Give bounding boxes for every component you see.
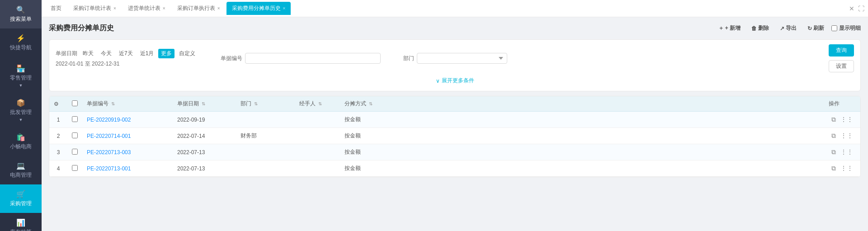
- row-split-method-cell: 按金额: [340, 160, 824, 177]
- tab-purchase-order-stats[interactable]: 采购订单统计表 ×: [68, 2, 122, 15]
- row-checkbox-1[interactable]: [72, 116, 78, 122]
- close-tab-purchase-order-stats[interactable]: ×: [113, 6, 116, 11]
- shortcut-more[interactable]: 更多: [158, 49, 175, 58]
- row-checkbox-2[interactable]: [72, 132, 78, 138]
- row-checkbox-cell: [67, 144, 82, 160]
- th-op-label: 操作: [829, 100, 840, 107]
- shortcut-custom[interactable]: 自定义: [176, 49, 198, 58]
- row-checkbox-3[interactable]: [72, 149, 78, 155]
- dept-label: 部门: [403, 55, 414, 62]
- sidebar-item-retail[interactable]: 🏪 零售管理 ▼: [0, 59, 42, 93]
- row-op-icons: ⧉ ⋮⋮: [829, 115, 856, 124]
- close-tab-purchase-order-exec[interactable]: ×: [217, 6, 220, 11]
- tab-bar: 首页 采购订单统计表 × 进货单统计表 × 采购订单执行表 × 采购费用分摊单历…: [42, 0, 868, 17]
- th-split-method: 分摊方式 ⇅: [340, 96, 824, 112]
- show-columns-toggle[interactable]: 显示明细: [831, 24, 861, 32]
- sidebar-item-search[interactable]: 🔍 搜索菜单: [0, 0, 42, 28]
- row-dept-cell: 财务部: [236, 128, 295, 144]
- main-content: 首页 采购订单统计表 × 进货单统计表 × 采购订单执行表 × 采购费用分摊单历…: [42, 0, 868, 231]
- tab-purchase-order-exec[interactable]: 采购订单执行表 ×: [172, 2, 226, 15]
- search-button[interactable]: 查询: [829, 44, 854, 57]
- shortcut-today[interactable]: 今天: [98, 49, 114, 58]
- table-header-row: ⚙ 单据编号 ⇅ 单据日期 ⇅: [49, 96, 860, 112]
- doc-no-input[interactable]: [245, 53, 381, 64]
- sort-dept-icon[interactable]: ⇅: [254, 101, 258, 106]
- th-operation: 操作: [824, 96, 860, 112]
- th-doc-date: 单据日期 ⇅: [173, 96, 236, 112]
- row-more-icon-1[interactable]: ⋮⋮: [840, 115, 854, 124]
- row-more-icon-4[interactable]: ⋮⋮: [840, 164, 854, 173]
- shortcut-yesterday[interactable]: 昨天: [80, 49, 96, 58]
- doc-no-label: 单据编号: [221, 55, 242, 62]
- sidebar-item-label: 快捷导航: [10, 44, 32, 52]
- th-dept-label: 部门: [241, 100, 251, 107]
- shortcut-1month[interactable]: 近1月: [137, 49, 157, 58]
- row-handler-cell: [295, 112, 340, 128]
- refresh-icon: ↻: [807, 25, 812, 32]
- select-all-checkbox[interactable]: [72, 100, 78, 106]
- sidebar-item-ecommerce[interactable]: 💻 电商管理: [0, 156, 42, 184]
- filter-settings-button[interactable]: 设置: [829, 60, 854, 72]
- refresh-button[interactable]: ↻ 刷新: [804, 23, 828, 34]
- sidebar-item-label: 零售管理: [10, 74, 32, 82]
- row-settings-cell: 2: [49, 128, 67, 144]
- row-doc-date-cell: 2022-09-19: [173, 112, 236, 128]
- row-op-icons: ⧉ ⋮⋮: [829, 164, 856, 173]
- row-view-icon-2[interactable]: ⧉: [830, 131, 837, 141]
- row-checkbox-cell: [67, 128, 82, 144]
- row-view-icon-1[interactable]: ⧉: [830, 115, 837, 124]
- maximize-button[interactable]: ⛶: [858, 5, 864, 12]
- dept-select[interactable]: [417, 53, 507, 64]
- row-operation-cell: ⧉ ⋮⋮: [824, 112, 860, 128]
- date-shortcuts: 昨天 今天 近7天 近1月 更多 自定义: [80, 49, 198, 58]
- show-columns-checkbox[interactable]: [831, 25, 837, 31]
- sidebar-item-purchase[interactable]: 🛒 采购管理: [0, 184, 42, 213]
- row-doc-no-cell: PE-20220714-001: [82, 128, 173, 144]
- add-button[interactable]: ＋ + 新增: [715, 23, 744, 34]
- sidebar: 🔍 搜索菜单 ⚡ 快捷导航 🏪 零售管理 ▼ 📦 批发管理 ▼ 🛍️ 小畅电商 …: [0, 0, 42, 231]
- sort-doc-no-icon[interactable]: ⇅: [111, 101, 115, 106]
- row-doc-no-link[interactable]: PE-20220713-001: [87, 165, 131, 172]
- table-row: 2 PE-20220714-001 2022-07-14 财务部 按金额 ⧉ ⋮…: [49, 128, 860, 144]
- dept-filter-group: 部门: [403, 53, 507, 64]
- sort-handler-icon[interactable]: ⇅: [318, 101, 322, 106]
- sidebar-item-wholesale[interactable]: 📦 批发管理 ▼: [0, 93, 42, 127]
- row-doc-no-link[interactable]: PE-20220714-001: [87, 133, 131, 139]
- sort-split-icon[interactable]: ⇅: [369, 101, 373, 106]
- sidebar-item-label: 批发管理: [10, 108, 32, 116]
- sidebar-item-quick-nav[interactable]: ⚡ 快捷导航: [0, 28, 42, 57]
- row-view-icon-4[interactable]: ⧉: [830, 164, 837, 173]
- sidebar-item-inventory[interactable]: 📊 库存核算: [0, 213, 42, 231]
- row-doc-no-link[interactable]: PE-20220713-003: [87, 149, 131, 156]
- expand-conditions-button[interactable]: ∨ 展开更多条件: [56, 75, 854, 86]
- tab-inbound-stats[interactable]: 进货单统计表 ×: [123, 2, 171, 15]
- th-settings[interactable]: ⚙: [49, 96, 67, 112]
- page-title: 采购费用分摊单历史: [49, 24, 114, 33]
- ecommerce-icon: 💻: [16, 161, 25, 170]
- micro-shop-icon: 🛍️: [16, 133, 25, 141]
- table-row: 3 PE-20220713-003 2022-07-13 按金额 ⧉ ⋮⋮: [49, 144, 860, 160]
- sidebar-item-label: 采购管理: [10, 200, 32, 207]
- row-more-icon-2[interactable]: ⋮⋮: [840, 131, 854, 141]
- row-view-icon-3[interactable]: ⧉: [830, 147, 837, 157]
- close-tab-inbound-stats[interactable]: ×: [163, 6, 165, 11]
- row-doc-no-cell: PE-20220713-001: [82, 160, 173, 177]
- shortcut-7days[interactable]: 近7天: [116, 49, 136, 58]
- expand-arrow-icon: ∨: [436, 78, 440, 84]
- export-icon: ↗: [780, 25, 784, 32]
- export-button[interactable]: ↗ 导出: [776, 23, 800, 34]
- tab-home[interactable]: 首页: [45, 2, 67, 15]
- row-operation-cell: ⧉ ⋮⋮: [824, 128, 860, 144]
- row-dept-cell: [236, 160, 295, 177]
- sidebar-item-micro-shop[interactable]: 🛍️ 小畅电商: [0, 127, 42, 156]
- row-more-icon-3[interactable]: ⋮⋮: [840, 147, 854, 157]
- delete-button[interactable]: 🗑 删除: [748, 23, 773, 34]
- sort-doc-date-icon[interactable]: ⇅: [202, 101, 205, 106]
- row-checkbox-4[interactable]: [72, 165, 78, 171]
- close-all-tabs-button[interactable]: ✕: [849, 5, 854, 12]
- row-doc-no-link[interactable]: PE-20220919-002: [87, 117, 131, 123]
- close-tab-purchase-fee-history[interactable]: ×: [283, 6, 286, 11]
- th-split-label: 分摊方式: [344, 100, 366, 107]
- tab-purchase-fee-history[interactable]: 采购费用分摊单历史 ×: [226, 2, 291, 15]
- row-op-icons: ⧉ ⋮⋮: [829, 147, 856, 157]
